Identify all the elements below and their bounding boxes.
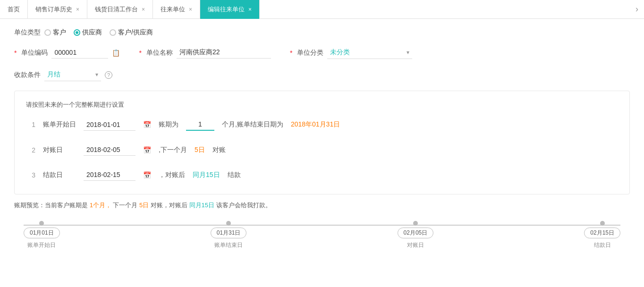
preview-highlight3: 同月15日 [189,202,214,209]
tab-label: 销售订单历史 [35,5,72,14]
row3-highlight: 同月15日 [193,171,220,179]
calendar-icon-2[interactable]: 📅 [143,146,151,154]
row3-suffix-post: 结款 [228,171,241,179]
unit-type-row: 单位类型 客户 供应商 客户/供应商 [14,28,630,37]
timeline-caption-start: 账单开始日 [27,241,56,249]
unit-category-field: * 单位分类 未分类 ▾ [290,46,412,59]
preview-suffix: 该客户会给我打款。 [216,202,271,209]
preview-prefix: 账期预览：当前客户账期是 [14,202,88,209]
row-label-1: 账单开始日 [43,120,76,129]
calendar-icon-3[interactable]: 📅 [143,171,151,179]
timeline-pill-payment: 02月15日 [584,228,620,238]
tab-sales-history[interactable]: 销售订单历史 × [28,0,87,19]
radio-both-label: 客户/供应商 [118,28,153,37]
preview-middle1: 下一个月 [113,202,137,209]
row2-suffix-pre: ,下一个月 [159,146,187,154]
timeline-node-period-end: 01月31日 账单结束日 [211,221,247,249]
radio-circle-supplier [74,29,80,36]
close-icon[interactable]: × [142,6,145,13]
start-date-input[interactable] [84,119,136,131]
tab-bar: 首页 销售订单历史 × 钱货日清工作台 × 往来单位 × 编辑往来单位 × › [0,0,644,19]
tab-label: 编辑往来单位 [208,5,245,14]
unit-category-value: 未分类 [330,48,407,57]
payment-terms-row: 收款条件 月结 ▾ ? [14,68,630,81]
copy-icon[interactable]: 📋 [112,49,120,57]
main-content: 单位类型 客户 供应商 客户/供应商 * 单位编码 [0,19,644,287]
preview-highlight1: 1个月， [90,202,111,209]
tab-cashflow[interactable]: 钱货日清工作台 × [87,0,153,19]
timeline-pill-start: 01月01日 [24,228,60,238]
row-num-1: 1 [26,121,35,128]
radio-supplier[interactable]: 供应商 [74,28,102,37]
period-row-2: 2 对账日 📅 ,下一个月 5日 对账 [26,144,618,156]
unit-type-radio-group: 客户 供应商 客户/供应商 [44,28,153,37]
radio-circle-both [110,29,116,36]
period-suffix: 个月,账单结束日期为 [222,120,283,129]
payment-terms-field: 收款条件 月结 ▾ ? [14,68,112,81]
code-name-category-row: * 单位编码 📋 * 单位名称 * 单位分类 未分类 ▾ [14,46,630,59]
payment-terms-label: 收款条件 [14,71,41,79]
unit-code-label: 单位编码 [21,49,48,57]
timeline-dot-start [39,221,44,226]
unit-name-field: * 单位名称 [139,47,271,59]
radio-supplier-label: 供应商 [82,28,102,37]
preview-middle2: 对账，对账后 [151,202,187,209]
unit-code-input[interactable] [51,47,108,59]
period-row-1: 1 账单开始日 📅 账期为 个月,账单结束日期为 2018年01月31日 [26,118,618,131]
timeline-caption-period-end: 账单结束日 [214,241,243,249]
timeline-node-reconcile: 02月05日 对账日 [398,221,434,249]
row-num-3: 3 [26,171,35,179]
period-section: 请按照未来的一个完整帐期进行设置 1 账单开始日 📅 账期为 个月,账单结束日期… [14,91,630,194]
timeline-dot-reconcile [413,221,418,226]
payment-terms-select[interactable]: 月结 ▾ [44,68,101,81]
calendar-icon-1[interactable]: 📅 [143,121,151,128]
unit-type-field: 单位类型 客户 供应商 客户/供应商 [14,28,153,37]
row2-highlight: 5日 [195,146,205,154]
timeline-wrapper: 01月01日 账单开始日 01月31日 账单结束日 02月05日 对账日 [14,221,630,249]
preview-text: 账期预览：当前客户账期是 1个月， 下一个月 5日 对账，对账后 同月15日 该… [14,194,630,210]
period-months-input[interactable] [186,118,214,131]
payment-terms-value: 月结 [47,70,95,79]
radio-circle-customer [44,29,51,36]
timeline-node-start: 01月01日 账单开始日 [24,221,60,249]
timeline-node-payment: 02月15日 结款日 [584,221,620,249]
tab-label: 钱货日清工作台 [95,5,138,14]
unit-name-input[interactable] [177,47,271,59]
timeline-pill-period-end: 01月31日 [211,228,247,238]
chevron-down-icon: ▾ [95,71,98,78]
row-label-3: 结款日 [43,171,76,179]
close-icon[interactable]: × [248,6,252,13]
row-label-2: 对账日 [43,146,76,154]
close-icon[interactable]: × [76,6,79,13]
reconcile-date-input[interactable] [84,144,136,156]
timeline-dot-period-end [226,221,231,226]
tab-edit-contact[interactable]: 编辑往来单位 × [200,0,260,19]
timeline-caption-reconcile: 对账日 [407,241,424,249]
required-star: * [139,49,141,57]
chevron-down-icon: ▾ [407,49,409,56]
tab-home[interactable]: 首页 [0,0,28,19]
unit-category-select[interactable]: 未分类 ▾ [327,46,412,59]
radio-both[interactable]: 客户/供应商 [110,28,153,37]
payment-date-input[interactable] [84,169,136,181]
close-icon[interactable]: × [189,6,192,13]
unit-category-label: 单位分类 [297,49,323,57]
help-icon[interactable]: ? [105,71,112,79]
timeline-nodes: 01月01日 账单开始日 01月31日 账单结束日 02月05日 对账日 [24,221,620,249]
timeline-dot-payment [600,221,605,226]
row-num-2: 2 [26,146,35,154]
row3-suffix-pre: ，对账后 [159,171,185,179]
tab-label: 往来单位 [161,5,185,14]
tab-contacts[interactable]: 往来单位 × [153,0,200,19]
timeline-caption-payment: 结款日 [594,241,611,249]
section-title: 请按照未来的一个完整帐期进行设置 [26,101,618,109]
tab-more-button[interactable]: › [630,4,644,14]
radio-customer-label: 客户 [53,28,66,37]
period-row-3: 3 结款日 📅 ，对账后 同月15日 结款 [26,169,618,181]
period-label: 账期为 [159,120,178,129]
end-date-highlight: 2018年01月31日 [291,120,340,129]
unit-name-label: 单位名称 [146,49,173,57]
timeline-pill-reconcile: 02月05日 [398,228,434,238]
required-star: * [14,49,17,57]
radio-customer[interactable]: 客户 [44,28,66,37]
